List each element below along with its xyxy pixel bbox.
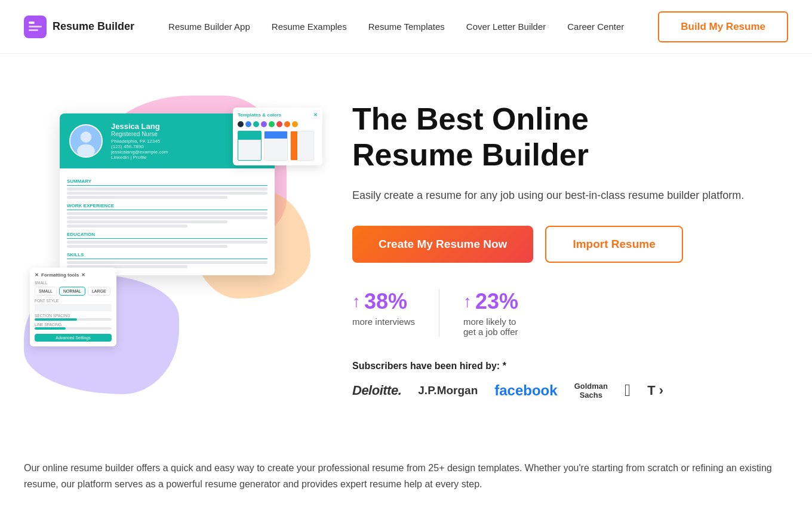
nav-item-templates[interactable]: Resume Templates [368,21,445,32]
font-style-select[interactable] [35,304,112,311]
resume-avatar [69,124,103,158]
apple-logo:  [625,381,630,400]
nav-links: Resume Builder App Resume Examples Resum… [168,21,624,32]
import-resume-button[interactable]: Import Resume [545,226,682,263]
hero-section: Jessica Lang Registered Nurse Philadelph… [0,54,812,448]
font-size-small[interactable]: SMALL [35,287,57,296]
resume-name-block: Jessica Lang Registered Nurse Philadelph… [111,122,168,160]
resume-section-experience: Work Experience [67,202,267,210]
stat-job-offer: ↑ 23% more likely toget a job offer [439,289,542,337]
svg-rect-1 [29,21,35,24]
bottom-section: Our online resume builder offers a quick… [0,448,812,513]
deloitte-logo: Deloitte. [352,383,401,398]
hero-content: The Best Online Resume Builder Easily cr… [316,102,788,400]
template-thumb-3[interactable] [290,131,314,161]
resume-section-skills: Skills [67,251,267,259]
template-thumb-2[interactable] [264,131,288,161]
resume-body: Summary Work Experience Education Skills [60,168,275,275]
resume-person-name: Jessica Lang [111,122,168,131]
svg-rect-3 [29,29,38,31]
hired-section: Subscribers have been hired by: * Deloit… [352,361,788,400]
goldman-sachs-logo: GoldmanSachs [574,382,608,400]
section-spacing-row: SECTION SPACING [35,314,112,321]
nav-link-examples[interactable]: Resume Examples [272,21,347,32]
logo[interactable]: Resume Builder [24,16,134,38]
bottom-description: Our online resume builder offers a quick… [24,460,776,492]
nav-link-templates[interactable]: Resume Templates [368,21,445,32]
hired-title: Subscribers have been hired by: * [352,361,788,371]
font-style-label: FONT STYLE [35,299,112,303]
advanced-settings-button[interactable]: Advanced Settings [35,334,112,342]
resume-section-education: Education [67,231,267,239]
color-swatches [238,121,318,127]
build-my-resume-button[interactable]: Build My Resume [658,11,788,42]
nav-item-builder[interactable]: Resume Builder App [168,21,250,32]
font-size-normal[interactable]: NORMAL [59,287,85,296]
hero-illustration: Jessica Lang Registered Nurse Philadelph… [24,84,316,418]
hero-title: The Best Online Resume Builder [352,102,788,173]
templates-panel: Templates & colors ✕ [233,107,322,165]
stat-job-offer-label: more likely toget a job offer [463,317,518,337]
formatting-panel-title: ✕ Formatting tools ✕ [35,272,112,278]
hero-subtitle: Easily create a resume for any job using… [352,187,758,204]
template-thumb-1[interactable] [238,131,262,161]
hired-logos: Deloitte. J.P.Morgan facebook GoldmanSac… [352,381,788,400]
template-thumbnails [238,131,318,161]
nav-item-cover[interactable]: Cover Letter Builder [466,21,546,32]
stat-interviews: ↑ 38% more interviews [352,289,439,327]
stat-interviews-label: more interviews [352,317,415,327]
stat-interviews-number: ↑ 38% [352,289,415,314]
font-size-buttons: SMALL NORMAL LARGE [35,287,112,296]
logo-text: Resume Builder [53,20,134,33]
svg-rect-2 [29,26,42,27]
jpmorgan-logo: J.P.Morgan [418,384,478,397]
facebook-logo: facebook [494,382,557,399]
stat-arrow-up-2: ↑ [463,292,472,311]
nav-link-builder[interactable]: Resume Builder App [168,21,250,32]
nav-item-career[interactable]: Career Center [567,21,624,32]
stats-row: ↑ 38% more interviews ↑ 23% more likely … [352,289,788,337]
resume-person-title: Registered Nurse [111,131,168,137]
templates-panel-title: Templates & colors ✕ [238,112,318,118]
stat-job-offer-number: ↑ 23% [463,289,518,314]
formatting-panel: ✕ Formatting tools ✕ SMALL SMALL NORMAL … [30,268,116,346]
resume-section-summary: Summary [67,178,267,186]
line-spacing-row: LINE SPACING [35,322,112,330]
font-size-label: SMALL [35,281,112,285]
stat-arrow-up-1: ↑ [352,292,361,311]
svg-point-5 [81,131,92,143]
logo-icon [24,16,47,38]
nav-item-examples[interactable]: Resume Examples [272,21,347,32]
navbar: Resume Builder Resume Builder App Resume… [0,0,812,54]
create-resume-button[interactable]: Create My Resume Now [352,226,533,263]
t-logo: T › [647,383,663,398]
font-size-large[interactable]: LARGE [88,287,110,296]
resume-contact-info: Philadelphia, PA 12345 (123) 456-7890 je… [111,139,168,160]
nav-link-cover[interactable]: Cover Letter Builder [466,21,546,32]
nav-link-career[interactable]: Career Center [567,21,624,32]
cta-row: Create My Resume Now Import Resume [352,226,788,263]
